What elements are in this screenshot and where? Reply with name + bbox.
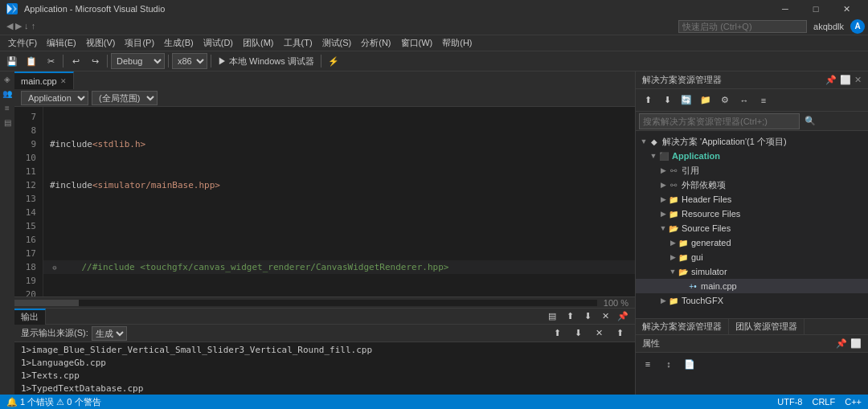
solution-search-input[interactable] <box>639 113 800 129</box>
horizontal-scrollbar[interactable] <box>14 300 597 306</box>
user-avatar[interactable]: A <box>850 19 865 34</box>
output-filter-btn-3[interactable]: ✕ <box>590 325 608 342</box>
tree-expand-touchgfx[interactable]: ▶ <box>658 297 668 305</box>
quick-launch-input[interactable] <box>678 20 807 33</box>
menu-window[interactable]: 窗口(W) <box>396 35 438 51</box>
close-button[interactable]: ✕ <box>831 0 862 18</box>
svg-marker-0 <box>7 4 12 14</box>
team-explorer-tab[interactable]: 团队资源管理器 <box>729 319 805 335</box>
sidebar-solution-explorer-icon[interactable]: ◈ <box>2 73 13 84</box>
menu-debug[interactable]: 调试(D) <box>199 35 238 51</box>
se-toolbar-btn-4[interactable]: 📁 <box>697 92 714 108</box>
tree-source-files[interactable]: ▼ 📂 Source Files <box>636 221 868 235</box>
prop-pages-btn[interactable]: 📄 <box>681 356 698 372</box>
tree-expand-solution[interactable]: ▼ <box>639 137 649 145</box>
prop-categories-btn[interactable]: ≡ <box>639 356 657 372</box>
se-toolbar-btn-3[interactable]: 🔄 <box>678 92 695 108</box>
output-filter-btn-4[interactable]: ⬆ <box>611 325 628 342</box>
tree-expand-refs[interactable]: ▶ <box>658 166 668 174</box>
collapse-icon-10[interactable]: ⊖ <box>50 263 59 272</box>
tree-expand-generated[interactable]: ▶ <box>668 239 678 247</box>
minimize-button[interactable]: ─ <box>770 0 800 18</box>
tab-close-button[interactable]: ✕ <box>60 77 67 85</box>
sidebar-output-icon[interactable]: ▤ <box>2 117 13 128</box>
scrollbar-thumb-h[interactable] <box>14 300 79 306</box>
tree-expand-resources[interactable]: ▶ <box>658 210 668 218</box>
editor-breadcrumb-bar: Application (全局范围) <box>14 89 635 107</box>
tree-generated[interactable]: ▶ 📁 generated <box>636 235 868 250</box>
panel-pin-icon[interactable]: 📌 <box>825 75 837 85</box>
output-tab-bar: 输出 ▤ ⬆ ⬇ ✕ 📌 <box>14 309 635 325</box>
output-action-btn-4[interactable]: ✕ <box>596 309 614 325</box>
output-action-btn-2[interactable]: ⬆ <box>561 309 579 325</box>
output-tab[interactable]: 输出 <box>14 309 46 325</box>
panel-expand-icon[interactable]: ⬜ <box>840 75 851 85</box>
output-filter-btn-1[interactable]: ⬆ <box>548 325 566 342</box>
panel-close-icon[interactable]: ✕ <box>854 75 862 85</box>
prop-sort-btn[interactable]: ↕ <box>660 356 678 372</box>
prop-expand-icon[interactable]: ⬜ <box>850 338 862 349</box>
menu-tools[interactable]: 工具(T) <box>279 35 317 51</box>
tree-expand-headers[interactable]: ▶ <box>658 195 668 203</box>
tree-references[interactable]: ▶ ⚯ 引用 <box>636 163 868 178</box>
tree-header-files[interactable]: ▶ 📁 Header Files <box>636 192 868 207</box>
menu-view[interactable]: 视图(V) <box>81 35 121 51</box>
tree-expand-simulator[interactable]: ▼ <box>668 268 678 276</box>
se-toolbar-btn-6[interactable]: ↔ <box>735 92 753 108</box>
tree-expand-app[interactable]: ▼ <box>649 152 658 160</box>
source-files-label: Source Files <box>682 223 731 233</box>
sidebar-properties-icon[interactable]: ≡ <box>2 102 13 113</box>
toolbar-btn-extra[interactable]: ⚡ <box>325 53 342 69</box>
toolbar-redo[interactable]: ↪ <box>86 53 104 69</box>
tree-solution-root[interactable]: ▼ ◆ 解决方案 'Application'(1 个项目) <box>636 134 868 149</box>
properties-header: 属性 📌 ⬜ <box>636 335 868 353</box>
touchgfx-label: TouchGFX <box>682 296 723 305</box>
sidebar-team-explorer-icon[interactable]: 👥 <box>2 88 13 99</box>
menu-help[interactable]: 帮助(H) <box>437 35 477 51</box>
se-toolbar-btn-1[interactable]: ⬆ <box>639 92 657 108</box>
tree-main-cpp[interactable]: +• main.cpp <box>636 279 868 293</box>
toolbar-btn-2[interactable]: 📋 <box>23 53 40 69</box>
tree-expand-sources[interactable]: ▼ <box>658 224 668 232</box>
output-action-btn-3[interactable]: ⬇ <box>579 309 596 325</box>
solution-explorer-title: 解决方案资源管理器 <box>642 74 825 86</box>
tree-simulator[interactable]: ▼ 📂 simulator <box>636 264 868 279</box>
menu-analyze[interactable]: 分析(N) <box>356 35 395 51</box>
solution-explorer-header: 解决方案资源管理器 📌 ⬜ ✕ <box>636 72 868 89</box>
toolbar-btn-3[interactable]: ✂ <box>42 53 59 69</box>
platform-select[interactable]: x86 x64 <box>172 53 207 69</box>
output-filter-btn-2[interactable]: ⬇ <box>569 325 587 342</box>
output-pin-btn[interactable]: 📌 <box>614 309 632 325</box>
maximize-button[interactable]: □ <box>800 0 831 18</box>
menu-test[interactable]: 测试(S) <box>317 35 357 51</box>
menu-build[interactable]: 生成(B) <box>159 35 199 51</box>
output-source-select[interactable]: 生成 调试 <box>92 326 127 341</box>
tree-expand-gui[interactable]: ▶ <box>668 253 678 261</box>
editor-tab-main-cpp[interactable]: main.cpp ✕ <box>14 72 74 89</box>
debug-mode-select[interactable]: Debug Release <box>111 53 165 69</box>
solution-explorer-tab[interactable]: 解决方案资源管理器 <box>636 319 729 335</box>
code-scroll-area[interactable]: #include <stdlib.h> #include <simulator/… <box>43 107 635 297</box>
prop-pin-icon[interactable]: 📌 <box>836 338 847 349</box>
breadcrumb-scope-select[interactable]: (全局范围) <box>92 91 158 105</box>
menu-project[interactable]: 项目(P) <box>120 35 159 51</box>
tree-gui[interactable]: ▶ 📁 gui <box>636 250 868 264</box>
menu-team[interactable]: 团队(M) <box>238 35 279 51</box>
user-account[interactable]: akqbdlk <box>813 22 844 31</box>
status-encoding: UTF-8 <box>777 397 802 407</box>
tree-touchgfx[interactable]: ▶ 📁 TouchGFX <box>636 293 868 308</box>
se-toolbar-btn-2[interactable]: ⬇ <box>658 92 676 108</box>
tree-expand-ext[interactable]: ▶ <box>658 181 668 189</box>
toolbar-undo[interactable]: ↩ <box>67 53 84 69</box>
search-icon[interactable]: 🔍 <box>801 113 819 129</box>
tree-resource-files[interactable]: ▶ 📁 Resource Files <box>636 207 868 221</box>
tree-application[interactable]: ▼ ⬛ Application <box>636 149 868 163</box>
se-toolbar-btn-7[interactable]: ≡ <box>755 92 772 108</box>
breadcrumb-project-select[interactable]: Application <box>21 91 88 105</box>
tree-external-deps[interactable]: ▶ ⚯ 外部依赖项 <box>636 178 868 192</box>
se-toolbar-btn-5[interactable]: ⚙ <box>716 92 734 108</box>
output-action-btn-1[interactable]: ▤ <box>543 309 561 325</box>
menu-file[interactable]: 文件(F) <box>3 35 42 51</box>
toolbar-btn-1[interactable]: 💾 <box>3 53 21 69</box>
menu-edit[interactable]: 编辑(E) <box>42 35 81 51</box>
